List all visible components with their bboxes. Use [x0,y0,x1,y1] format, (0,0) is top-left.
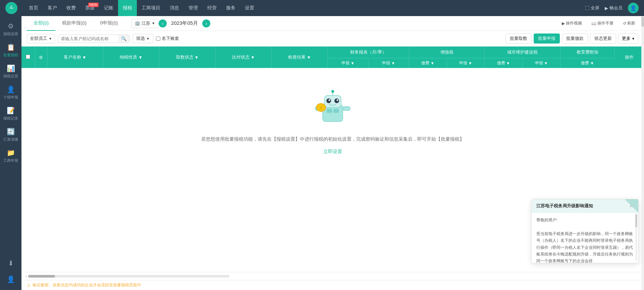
search-input[interactable] [58,35,118,43]
play-icon: ▶ [605,6,608,11]
user-avatar[interactable]: 👤 [628,3,639,13]
warning-icon: ⚠ [27,283,31,288]
prev-month-button[interactable]: ‹ [159,19,167,27]
sidebar-user[interactable]: 👤 [3,273,19,286]
account-checkbox[interactable] [156,37,160,41]
nav-billing[interactable]: 收费 [62,0,80,16]
vat-dec-filter-icon[interactable]: ▼ [391,61,395,66]
batch-declare-btn[interactable]: 批量申报 [534,33,560,44]
tab-tax-declaration[interactable]: 税款申报(0) [55,16,93,31]
empty-state-cell: ¥ 若您想使用批量报税功能，请先在【报税设置】中进行报税的初始化设置，完成密码验… [21,68,644,175]
check-filter-icon[interactable]: ▼ [307,55,311,60]
sidebar-item-annual-report[interactable]: 📁 工商年报 [0,145,21,166]
month-navigator: ‹ 2023年05月 › [159,19,210,27]
employee-label: 全部员工 [30,35,47,42]
nav-invoice[interactable]: 票据 NEW [80,0,99,16]
batch-fetch-btn[interactable]: 批量取数 [505,33,532,44]
sidebar-item-settlement[interactable]: 🔄 汇算清缴 [0,124,21,145]
filter-button[interactable]: 筛选 ▼ [132,34,153,43]
nav-home[interactable]: 首页 [24,0,43,16]
region-selector[interactable]: 🏢 江苏 ▼ [131,19,159,28]
sidebar-download[interactable]: ⬇ [3,257,19,270]
svg-text:¥: ¥ [320,105,322,110]
status-bar: ⚠ 验证账密、采集信息均成功的企业才会流转至批量报税页面中 [21,280,644,290]
tab-action-btns: ▶ 操作视频 📖 操作手册 ↺ 刷新 [558,19,639,27]
th-city-tax: 城市维护建设税 [485,47,560,58]
svg-rect-10 [327,109,332,113]
operation-video-btn[interactable]: ▶ 操作视频 [558,19,585,27]
svg-point-5 [334,98,339,103]
page-scrollbar[interactable] [641,16,644,290]
compare-filter-icon[interactable]: ▼ [251,55,255,60]
nav-customer[interactable]: 客户 [43,0,62,16]
th-vat-declare: 申报▼ [368,58,409,68]
city-dec-filter-icon[interactable]: ▼ [468,61,472,66]
nav-business[interactable]: 工商项目 [137,0,165,16]
nav-bookkeeping[interactable]: 记账 [99,0,118,16]
nav-business-op[interactable]: 经营 [203,0,221,16]
svg-rect-9 [343,106,350,111]
select-all-checkbox[interactable] [26,55,30,59]
more-btn[interactable]: 更多 ▼ [618,33,639,44]
tab-bar-right: ▶ 操作视频 📖 操作手册 ↺ 刷新 [558,19,639,27]
city-pay-filter-icon[interactable]: ▼ [506,61,510,66]
nav-items: 首页 客户 收费 票据 NEW 记账 报税 工商项目 消息 管理 经营 服务 设… [24,0,585,16]
tax-settings-icon: ⚙ [8,22,14,30]
sidebar-item-tax-settings[interactable]: ⚙ 报税设置 [0,19,21,40]
scroll-left-arrow[interactable]: ‹ [24,274,28,279]
app-logo[interactable] [5,2,17,14]
nav-settings[interactable]: 设置 [240,0,259,16]
search-button[interactable]: 🔍 [118,35,129,43]
region-icon: 🏢 [135,21,140,26]
empty-text: 若您想使用批量报税功能，请先在【报税设置】中进行报税的初始化设置，完成密码验证和… [28,135,637,143]
sidebar-item-personal-tax[interactable]: 👤 个税申报 [0,82,21,103]
th-vat-pay: 缴费▼ [409,58,447,68]
edu-pay-filter-icon[interactable]: ▼ [590,61,594,66]
sidebar-item-batch-tax[interactable]: 📋 批量报税 [0,40,21,61]
empty-state-row: ¥ 若您想使用批量报税功能，请先在【报税设置】中进行报税的初始化设置，完成密码验… [21,68,644,175]
empty-state: ¥ 若您想使用批量报税功能，请先在【报税设置】中进行报税的初始化设置，完成密码验… [21,68,644,175]
nav-message[interactable]: 消息 [165,0,184,16]
batch-pay-btn[interactable]: 批量缴款 [562,33,588,44]
svg-point-15 [331,90,334,93]
tax-nature-filter-icon[interactable]: ▼ [138,55,143,60]
nav-manage[interactable]: 管理 [184,0,203,16]
region-caret-icon: ▼ [152,21,155,25]
personal-tax-icon: 👤 [7,85,15,93]
nav-service[interactable]: 服务 [221,0,240,16]
page-scrollbar-thumb [641,17,644,27]
next-month-button[interactable]: › [202,19,210,27]
notification-scrollbar[interactable] [635,214,637,261]
settlement-icon: 🔄 [7,128,15,136]
sidebar-item-tax-records[interactable]: 📝 报税记录 [0,103,21,124]
th-city-pay: 缴费▼ [485,58,523,68]
toolbar-right: 批量取数 批量申报 批量缴款 状态更新 更多 ▼ [505,33,639,44]
fin-dec-filter-icon[interactable]: ▼ [351,61,355,66]
nav-tax[interactable]: 报税 [118,0,137,16]
scroll-track[interactable] [28,275,229,278]
top-nav: 首页 客户 收费 票据 NEW 记账 报税 工商项目 消息 管理 经营 服务 设… [0,0,644,16]
th-check-result: 检查结果▼ [272,47,328,68]
status-update-btn[interactable]: 状态更新 [590,33,616,44]
account-checkbox-label[interactable]: 名下账套 [156,35,179,42]
svg-rect-11 [333,109,339,113]
vat-pay-filter-icon[interactable]: ▼ [430,61,434,66]
tab-zero-declaration[interactable]: 0申报(0) [93,16,124,31]
operation-manual-btn[interactable]: 📖 操作手册 [588,19,617,27]
sidebar-item-tax-overview[interactable]: 📊 报税总览 [0,61,21,82]
th-operation: 操作 [614,47,644,68]
member-btn[interactable]: ▶ 畅会员 [605,5,623,11]
batch-tax-icon: 📋 [7,43,15,51]
refresh-btn[interactable]: ↺ 刷新 [620,19,639,27]
fullscreen-btn[interactable]: ⛶ 全屏 [585,5,599,11]
tab-all[interactable]: 全部(0) [27,16,55,31]
employee-selector[interactable]: 全部员工 ▼ [27,34,55,43]
fetch-status-filter-icon[interactable]: ▼ [195,55,199,60]
customer-filter-icon[interactable]: ▼ [82,55,87,60]
top-nav-right: ⛶ 全屏 ▶ 畅会员 👤 [585,3,639,13]
setup-link[interactable]: 立即设置 [323,149,342,154]
edu-dec-filter-icon[interactable]: ▼ [544,61,548,66]
video-icon: ▶ [562,21,565,26]
th-education-tax: 教育费附加 [560,47,614,58]
th-checkbox [21,47,35,68]
